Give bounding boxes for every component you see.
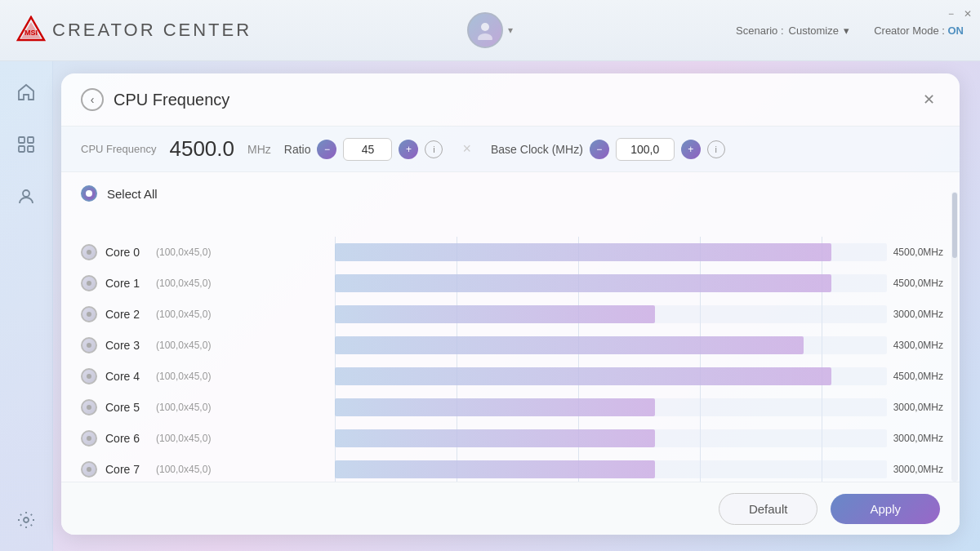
core-1-name: Core 1 <box>105 277 148 290</box>
user-chevron-icon: ▾ <box>508 24 513 36</box>
core-5-radio[interactable] <box>81 399 97 415</box>
core-4-name: Core 4 <box>105 370 148 383</box>
base-clock-info-button[interactable]: i <box>707 140 725 158</box>
scrollbar-thumb[interactable] <box>952 193 957 258</box>
svg-rect-5 <box>19 137 24 143</box>
core-row: Core 6(100,0x45,0) <box>81 423 334 454</box>
svg-rect-8 <box>28 146 33 152</box>
close-icon: ✕ <box>923 91 935 109</box>
core-3-bar-row: 4300,0MHz <box>335 330 943 361</box>
core-7-bar-row: 3000,0MHz <box>335 454 943 482</box>
app-title: CREATOR CENTER <box>52 20 252 41</box>
chart-area: 4500,0MHz4500,0MHz3000,0MHz4300,0MHz4500… <box>335 237 943 482</box>
default-button[interactable]: Default <box>719 493 818 525</box>
ratio-minus-button[interactable]: − <box>317 140 336 159</box>
core-0-name: Core 0 <box>105 246 148 259</box>
svg-rect-6 <box>28 137 33 143</box>
core-4-bar-row: 4500,0MHz <box>335 361 943 392</box>
creator-mode-value: ON <box>948 24 964 37</box>
core-7-freq-label: 3000,0MHz <box>893 464 943 475</box>
user-icon-area[interactable]: ▾ <box>467 12 513 48</box>
core-row: Core 0(100,0x45,0) <box>81 237 334 268</box>
base-clock-control-group: Base Clock (MHz) − + i <box>491 138 725 161</box>
ratio-label: Ratio <box>284 143 311 156</box>
logo-area: MSI CREATOR CENTER <box>16 16 252 45</box>
core-row: Core 2(100,0x45,0) <box>81 299 334 330</box>
core-2-bar <box>335 305 655 323</box>
core-2-name: Core 2 <box>105 308 148 321</box>
sidebar-item-home[interactable] <box>11 78 41 107</box>
svg-point-3 <box>481 23 489 31</box>
core-row: Core 1(100,0x45,0) <box>81 268 334 299</box>
core-3-name: Core 3 <box>105 339 148 352</box>
minimize-button[interactable]: − <box>948 8 954 20</box>
creator-mode-label: Creator Mode : <box>874 24 945 37</box>
msi-logo-icon: MSI <box>16 16 46 45</box>
info-icon: i <box>715 144 717 154</box>
close-dialog-button[interactable]: ✕ <box>917 88 940 111</box>
core-7-name: Core 7 <box>105 463 148 476</box>
svg-point-9 <box>23 190 29 197</box>
ratio-control-group: Ratio − + i <box>284 138 443 161</box>
core-7-bar <box>335 460 655 478</box>
topbar: MSI CREATOR CENTER ▾ Scenario : Customiz… <box>0 0 980 61</box>
core-1-bar <box>335 274 831 292</box>
core-3-params: (100,0x45,0) <box>156 340 211 351</box>
back-button[interactable]: ‹ <box>81 88 104 111</box>
core-2-bar-row: 3000,0MHz <box>335 299 943 330</box>
base-clock-plus-button[interactable]: + <box>681 140 701 159</box>
core-0-freq-label: 4500,0MHz <box>893 247 943 258</box>
minus-icon: − <box>324 144 330 155</box>
core-1-bar-row: 4500,0MHz <box>335 268 943 299</box>
select-all-label: Select All <box>107 187 158 201</box>
core-row: Core 3(100,0x45,0) <box>81 330 334 361</box>
svg-point-4 <box>478 33 492 40</box>
plus-icon: + <box>406 144 412 155</box>
scenario-label: Scenario : <box>736 24 784 37</box>
close-window-button[interactable]: ✕ <box>964 8 972 20</box>
user-avatar[interactable] <box>467 12 503 48</box>
svg-point-10 <box>24 518 29 522</box>
core-6-name: Core 6 <box>105 432 148 445</box>
svg-text:MSI: MSI <box>24 29 38 37</box>
apply-button[interactable]: Apply <box>831 494 940 524</box>
base-clock-minus-button[interactable]: − <box>590 140 609 159</box>
radio-inner <box>86 190 92 197</box>
core-0-bar-row: 4500,0MHz <box>335 237 943 268</box>
select-all-radio[interactable] <box>81 185 97 202</box>
core-7-radio[interactable] <box>81 461 97 478</box>
core-2-params: (100,0x45,0) <box>156 309 211 320</box>
main-dialog: ‹ CPU Frequency ✕ CPU Frequency 4500.0 M… <box>61 73 960 535</box>
scenario-area: Scenario : Customize ▾ <box>736 24 849 37</box>
ratio-plus-button[interactable]: + <box>399 140 418 159</box>
core-4-radio[interactable] <box>81 368 97 384</box>
core-5-bar-row: 3000,0MHz <box>335 392 943 423</box>
core-1-radio[interactable] <box>81 275 97 291</box>
creator-mode-area: Creator Mode : ON <box>874 24 964 37</box>
ratio-info-button[interactable]: i <box>425 140 443 158</box>
core-2-freq-label: 3000,0MHz <box>893 309 943 320</box>
sidebar-item-settings[interactable] <box>11 505 41 535</box>
core-row: Core 5(100,0x45,0) <box>81 392 334 423</box>
core-0-radio[interactable] <box>81 244 97 260</box>
core-3-radio[interactable] <box>81 337 97 353</box>
core-0-bar <box>335 243 831 261</box>
ratio-input[interactable] <box>343 138 392 161</box>
frequency-control-bar: CPU Frequency 4500.0 MHz Ratio − + i × B… <box>61 127 960 172</box>
core-4-params: (100,0x45,0) <box>156 371 211 382</box>
scenario-chevron-icon[interactable]: ▾ <box>844 24 849 37</box>
core-3-freq-label: 4300,0MHz <box>893 340 943 351</box>
core-list: Core 0(100,0x45,0)Core 1(100,0x45,0)Core… <box>81 237 334 482</box>
minus-icon: − <box>596 144 602 155</box>
core-2-radio[interactable] <box>81 306 97 322</box>
scrollbar-track[interactable] <box>951 192 958 482</box>
sidebar-item-apps[interactable] <box>11 130 41 159</box>
core-6-radio[interactable] <box>81 430 97 447</box>
core-5-bar <box>335 398 655 416</box>
core-0-params: (100,0x45,0) <box>156 247 211 258</box>
base-clock-input[interactable] <box>616 138 675 161</box>
core-6-bar <box>335 429 655 447</box>
sidebar-item-user[interactable] <box>11 182 41 211</box>
core-6-params: (100,0x45,0) <box>156 433 211 444</box>
window-controls[interactable]: − ✕ <box>948 8 972 20</box>
